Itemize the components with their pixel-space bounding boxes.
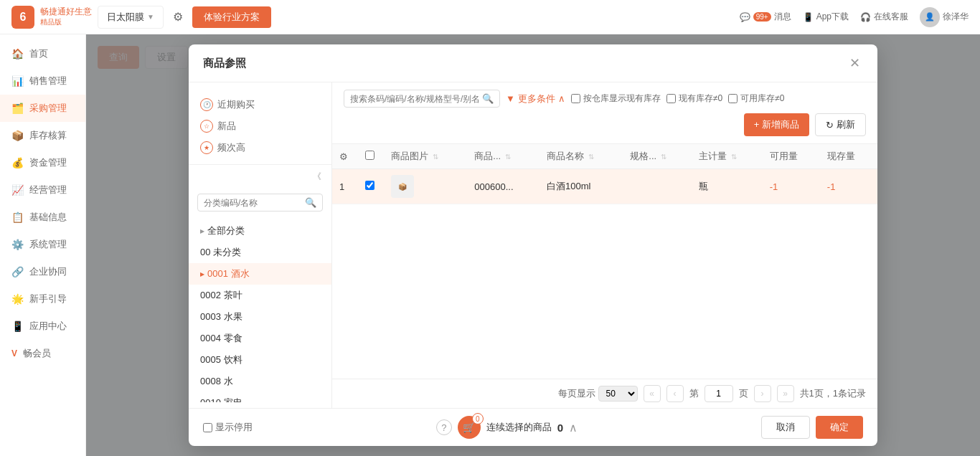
modal-close-button[interactable]: ✕ [846, 54, 863, 72]
category-search-box[interactable]: 🔍 [197, 194, 323, 212]
category-0003[interactable]: 0003 水果 [189, 306, 331, 328]
sidebar-item-sales[interactable]: 📊 销售管理 [0, 67, 85, 95]
online-service-item[interactable]: 🎧 在线客服 [860, 11, 908, 23]
trial-button[interactable]: 体验行业方案 [192, 6, 271, 28]
category-search-input[interactable] [204, 198, 302, 208]
product-search-bar[interactable]: 🔍 [344, 90, 500, 108]
col-unit[interactable]: 主计量 ⇅ [692, 144, 763, 169]
quick-link-frequent[interactable]: ★ 频次高 [189, 137, 331, 158]
pagination: 每页显示 50 20 100 « ‹ 第 页 [332, 379, 877, 408]
footer-collapse-button[interactable]: ∧ [569, 421, 578, 434]
logo-text: 畅捷通好生意 [40, 6, 92, 16]
sidebar-item-member[interactable]: V 畅会员 [0, 340, 85, 367]
category-0005[interactable]: 0005 饮料 [189, 349, 331, 371]
sidebar-item-home[interactable]: 🏠 首页 [0, 40, 85, 67]
col-image[interactable]: 商品图片 ⇅ [384, 144, 467, 169]
checkbox-warehouse[interactable]: 按仓库显示现有库存 [571, 92, 661, 105]
col-name[interactable]: 商品名称 ⇅ [540, 144, 623, 169]
col-settings[interactable]: ⚙ [332, 144, 358, 169]
cancel-button[interactable]: 取消 [761, 416, 810, 439]
page-input[interactable] [705, 385, 733, 402]
cart-icon: 🛒 [463, 422, 475, 433]
stock-ne0-checkbox[interactable] [666, 94, 676, 103]
category-all[interactable]: ▶ 全部分类 [189, 220, 331, 242]
guide-icon: 🌟 [11, 293, 24, 305]
table-row[interactable]: 1 📦 [332, 169, 877, 204]
sidebar-item-label: 首页 [29, 47, 48, 60]
svg-text:📦: 📦 [398, 182, 407, 191]
sidebar-item-basic-info[interactable]: 📋 基础信息 [0, 204, 85, 231]
category-0008[interactable]: 0008 水 [189, 371, 331, 392]
modal-right-panel: 🔍 ▼ 更多条件 ∧ 按仓库显示现有库存 [332, 82, 877, 408]
category-0001[interactable]: ▶ 0001 酒水 [189, 263, 331, 285]
col-spec[interactable]: 规格... ⇅ [623, 144, 692, 169]
user-item[interactable]: 👤 徐泽华 [920, 7, 969, 27]
filter-button[interactable]: ▼ 更多条件 ∧ [506, 92, 565, 105]
first-page-button[interactable]: « [644, 385, 661, 402]
prev-page-button[interactable]: ‹ [666, 385, 684, 402]
help-icon[interactable]: ? [436, 419, 452, 435]
col-code[interactable]: 商品... ⇅ [467, 144, 540, 169]
refresh-button[interactable]: ↻ 刷新 [815, 113, 866, 136]
modal-left-panel: 🕐 近期购买 ☆ 新品 ★ 频次高 [189, 82, 332, 408]
category-00[interactable]: 00 未分类 [189, 242, 331, 263]
filter-label: 更多条件 [518, 92, 555, 105]
page-size-select[interactable]: 50 20 100 [598, 386, 638, 402]
message-item[interactable]: 💬 99 消息 [740, 11, 791, 23]
next-page-button[interactable]: › [754, 385, 771, 402]
top-header: 6 畅捷通好生意 精品版 日太阳膜 ▼ ⚙ 体验行业方案 💬 99 消息 📱 A… [0, 0, 980, 34]
category-label: 全部分类 [207, 224, 245, 237]
category-label: 0003 水果 [200, 310, 242, 323]
modal-header: 商品参照 ✕ [189, 44, 877, 82]
sidebar-item-business[interactable]: 📈 经营管理 [0, 176, 85, 204]
col-unit-label: 主计量 [699, 151, 727, 161]
row-checkbox[interactable] [365, 181, 374, 190]
nav-dropdown[interactable]: 日太阳膜 ▼ [98, 6, 164, 29]
warehouse-checkbox[interactable] [571, 94, 580, 103]
filter-icon: ▼ [506, 93, 515, 104]
sidebar-item-purchase[interactable]: 🗂️ 采购管理 [0, 95, 85, 122]
headset-icon: 🎧 [860, 12, 871, 22]
show-disabled-area[interactable]: 显示停用 [203, 421, 253, 434]
purchase-icon: 🗂️ [11, 103, 24, 114]
star-icon: ★ [200, 141, 213, 154]
online-service-label: 在线客服 [874, 11, 908, 23]
available-ne0-label: 可用库存≠0 [740, 92, 784, 105]
sidebar-item-app-center[interactable]: 📱 应用中心 [0, 313, 85, 340]
col-available: 可用量 [763, 144, 820, 169]
cell-seq: 1 [332, 169, 358, 204]
app-download-item[interactable]: 📱 App下载 [803, 11, 849, 23]
select-all-checkbox[interactable] [365, 151, 374, 160]
collapse-button[interactable]: 《 [308, 168, 326, 185]
confirm-button[interactable]: 确定 [816, 416, 863, 439]
category-0010[interactable]: 0010 家电 [189, 392, 331, 402]
sidebar-item-enterprise[interactable]: 🔗 企业协同 [0, 258, 85, 285]
product-search-input[interactable] [350, 94, 479, 104]
checkbox-stock-ne0[interactable]: 现有库存≠0 [666, 92, 722, 105]
category-0004[interactable]: 0004 零食 [189, 328, 331, 349]
show-disabled-checkbox[interactable] [203, 423, 212, 432]
sort-icon: ⇅ [588, 153, 594, 161]
add-product-button[interactable]: + 新增商品 [744, 113, 809, 136]
sidebar-item-guide[interactable]: 🌟 新手引导 [0, 285, 85, 313]
chevron-down-icon: ▼ [147, 13, 154, 21]
modal-title: 商品参照 [203, 57, 246, 70]
cell-checkbox[interactable] [358, 169, 384, 204]
sidebar-item-system[interactable]: ⚙️ 系统管理 [0, 231, 85, 258]
content-area: 查询 设置 刷新 商品参照 ✕ 🕐 [86, 34, 980, 456]
message-icon: 💬 [740, 12, 750, 22]
cart-count-label: 0 [557, 422, 563, 434]
last-page-button[interactable]: » [777, 385, 794, 402]
category-0002[interactable]: 0002 茶叶 [189, 285, 331, 306]
gear-icon[interactable]: ⚙ [166, 6, 189, 29]
available-ne0-checkbox[interactable] [728, 94, 738, 103]
sidebar-item-inventory[interactable]: 📦 库存核算 [0, 122, 85, 149]
sidebar-item-finance[interactable]: 💰 资金管理 [0, 149, 85, 176]
refresh-label: 刷新 [837, 118, 855, 131]
sort-icon: ⇅ [433, 153, 438, 161]
quick-link-new[interactable]: ☆ 新品 [189, 115, 331, 137]
checkbox-available-ne0[interactable]: 可用库存≠0 [728, 92, 784, 105]
quick-link-recent[interactable]: 🕐 近期购买 [189, 94, 331, 115]
page-size-selector: 每页显示 50 20 100 [558, 386, 638, 402]
cart-button[interactable]: 🛒 0 [458, 416, 481, 439]
